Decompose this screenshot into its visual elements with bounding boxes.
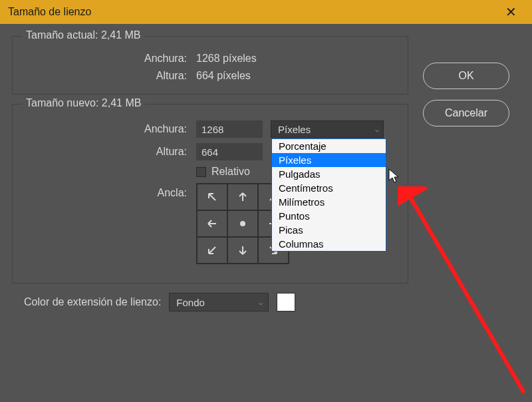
extension-color-label: Color de extensión de lienzo: <box>24 296 161 308</box>
chevron-down-icon: ⌵ <box>375 126 379 133</box>
unit-option-centimetros[interactable]: Centímetros <box>272 181 386 195</box>
new-size-legend: Tamaño nuevo: 2,41 MB <box>22 97 145 109</box>
anchor-nw[interactable] <box>197 184 227 210</box>
current-width-value: 1268 píxeles <box>196 53 257 65</box>
unit-option-puntos[interactable]: Puntos <box>272 209 386 223</box>
relative-checkbox[interactable] <box>196 167 206 177</box>
chevron-down-icon: ⌵ <box>259 299 263 306</box>
anchor-sw[interactable] <box>197 237 227 264</box>
anchor-w[interactable] <box>197 210 227 237</box>
unit-option-pixeles[interactable]: Píxeles <box>272 153 386 167</box>
unit-select-value: Píxeles <box>278 124 311 135</box>
new-height-label: Altura: <box>23 146 196 158</box>
unit-option-columnas[interactable]: Columnas <box>272 237 386 251</box>
relative-label: Relativo <box>211 166 250 178</box>
current-width-label: Anchura: <box>23 53 196 65</box>
extension-color-select[interactable]: Fondo ⌵ <box>169 293 269 311</box>
anchor-s[interactable] <box>227 237 258 264</box>
titlebar: Tamaño de lienzo ✕ <box>0 0 532 24</box>
anchor-center[interactable] <box>227 210 258 237</box>
current-height-label: Altura: <box>23 70 196 82</box>
ok-button[interactable]: OK <box>423 63 509 89</box>
new-width-label: Anchura: <box>23 123 196 135</box>
extension-color-value: Fondo <box>176 297 205 308</box>
height-input[interactable] <box>196 143 263 160</box>
unit-select[interactable]: Píxeles ⌵ Porcentaje Píxeles Pulgadas Ce… <box>271 120 384 138</box>
svg-point-0 <box>240 221 245 226</box>
anchor-label: Ancla: <box>23 183 196 199</box>
window-title: Tamaño de lienzo <box>8 6 91 18</box>
unit-dropdown: Porcentaje Píxeles Pulgadas Centímetros … <box>271 138 386 252</box>
unit-option-porcentaje[interactable]: Porcentaje <box>272 139 386 153</box>
new-size-group: Tamaño nuevo: 2,41 MB Anchura: Píxeles ⌵… <box>12 104 408 284</box>
close-icon[interactable]: ✕ <box>497 4 524 20</box>
current-size-group: Tamaño actual: 2,41 MB Anchura: 1268 píx… <box>12 36 408 95</box>
current-size-legend: Tamaño actual: 2,41 MB <box>22 29 145 41</box>
unit-option-picas[interactable]: Picas <box>272 223 386 237</box>
anchor-n[interactable] <box>227 184 258 210</box>
current-height-value: 664 píxeles <box>196 70 251 82</box>
unit-option-milimetros[interactable]: Milímetros <box>272 195 386 209</box>
width-input[interactable] <box>196 120 263 138</box>
unit-option-pulgadas[interactable]: Pulgadas <box>272 167 386 181</box>
cancel-button[interactable]: Cancelar <box>423 100 509 126</box>
extension-color-swatch[interactable] <box>277 293 295 311</box>
